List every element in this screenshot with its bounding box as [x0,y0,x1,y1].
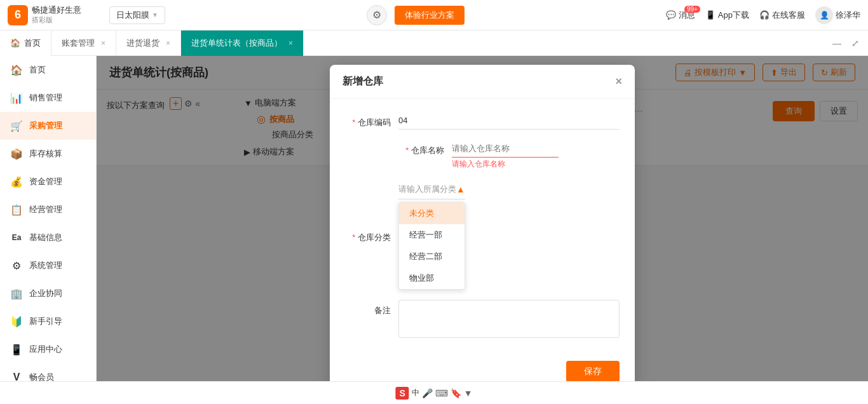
content-area: 进货单统计(按商品) 🖨 按模板打印 ▼ ⬆ 导出 ↻ 刷新 [97,56,868,404]
category-label: * 仓库分类 [345,227,391,243]
logo-area: 6 畅捷通好生意 搭彩版 [8,5,104,25]
tab-home[interactable]: 🏠 首页 [0,30,51,56]
username: 徐泽华 [836,10,860,21]
modal-footer: 保存 [330,361,635,382]
message-icon: 💬 [666,10,676,20]
modal-close-icon[interactable]: × [615,75,622,88]
enterprise-sidebar-icon: 🏢 [10,287,23,300]
sidebar-item-home[interactable]: 🏠 首页 [0,56,96,84]
tab-accounts-label: 账套管理 [62,37,95,49]
form-row-name: * 仓库名称 请输入仓库名称 [345,140,620,170]
code-required: * [352,118,355,127]
tab-minimize-icon[interactable]: — [829,37,845,50]
bottom-s-icon: S [395,387,409,400]
form-row-remark: 备注 [345,300,620,338]
bottom-zh-icon: 中 [412,387,419,398]
code-input[interactable] [398,112,620,130]
save-button[interactable]: 保存 [566,361,620,382]
main-layout: 🏠 首页 📊 销售管理 🛒 采购管理 📦 库存核算 💰 资金管理 📋 经营管理 … [0,56,868,404]
store-arrow-icon: ▼ [152,11,158,18]
sidebar-purchase-label: 采购管理 [29,120,62,131]
appcenter-sidebar-icon: 📱 [10,343,23,356]
category-control: 请输入所属分类 ▲ 未分类 经营一部 [398,180,465,290]
category-dropdown-menu: 未分类 经营一部 经营二部 物业部 [398,202,465,290]
bottom-logo: S 中 🎤 ⌨ 🔖 ▼ [395,387,472,400]
sidebar-item-appcenter[interactable]: 📱 应用中心 [0,335,96,363]
logo-sub: 搭彩版 [32,15,81,25]
sidebar-appcenter-label: 应用中心 [29,344,62,355]
base-sidebar-icon: Ea [10,231,23,244]
dropdown-item-dept1[interactable]: 经营一部 [399,224,465,246]
bottom-bookmark-icon: 🔖 [451,388,461,398]
operations-sidebar-icon: 📋 [10,203,23,216]
name-error-msg: 请输入仓库名称 [452,159,559,170]
header-center: ⚙ 体验行业方案 [165,5,666,25]
tab-accounts[interactable]: 账套管理 × [51,30,116,56]
modal-backdrop: 新增仓库 × * 仓库编码 [97,56,868,404]
tab-purchase-stats[interactable]: 进货单统计表（按商品） × [181,30,304,56]
online-service-label: 在线客服 [772,10,805,21]
tab-purchase-return[interactable]: 进货退货 × [116,30,181,56]
name-required: * [405,145,409,155]
sidebar-item-base[interactable]: Ea 基础信息 [0,224,96,252]
logo-icon: 6 [8,5,28,25]
modal-title: 新增仓库 [342,75,383,88]
sidebar-home-label: 首页 [29,64,46,76]
bottom-settings2-icon: ▼ [464,388,473,398]
home-sidebar-icon: 🏠 [10,64,23,76]
sidebar-enterprise-label: 企业协同 [29,288,62,299]
tab-controls: — ⤢ [829,37,868,50]
avatar: 👤 [815,6,833,24]
bottom-keyboard-icon: ⌨ [435,388,448,398]
sidebar-finance-label: 资金管理 [29,176,62,187]
name-input[interactable] [452,140,559,158]
notification-badge: 99+ [684,6,700,13]
sidebar-item-system[interactable]: ⚙ 系统管理 [0,252,96,279]
logo-name: 畅捷通好生意 [32,5,81,16]
sidebar-item-enterprise[interactable]: 🏢 企业协同 [0,279,96,307]
sidebar-operations-label: 经营管理 [29,204,62,215]
tab-expand-icon[interactable]: ⤢ [848,37,863,50]
notification-item[interactable]: 💬 消息 99+ [666,10,695,21]
sidebar-item-operations[interactable]: 📋 经营管理 [0,196,96,224]
phone-icon: 📱 [705,10,715,20]
store-selector[interactable]: 日太阳膜 ▼ [109,6,165,24]
dropdown-item-dept2[interactable]: 经营二部 [399,246,465,267]
app-download-item[interactable]: 📱 App下载 [705,10,749,21]
tab-purchase-stats-close[interactable]: × [288,39,293,48]
user-item[interactable]: 👤 徐泽华 [815,6,860,24]
category-required: * [352,232,355,242]
app-download-label: App下载 [718,10,749,21]
sidebar-item-purchase[interactable]: 🛒 采购管理 [0,112,96,140]
tab-accounts-close[interactable]: × [101,39,105,48]
purchase-sidebar-icon: 🛒 [10,119,23,132]
headphone-icon: 🎧 [759,10,770,20]
code-label: * 仓库编码 [345,112,391,128]
sidebar-base-label: 基础信息 [29,232,62,243]
bottom-bar: S 中 🎤 ⌨ 🔖 ▼ [0,381,868,404]
sidebar-item-finance[interactable]: 💰 资金管理 [0,168,96,196]
dropdown-item-none[interactable]: 未分类 [399,203,465,224]
category-dropdown-trigger[interactable]: 请输入所属分类 ▲ [398,180,465,199]
modal-body: * 仓库编码 * 仓库名称 [330,99,635,361]
tab-purchase-return-label: 进货退货 [126,37,159,49]
sidebar: 🏠 首页 📊 销售管理 🛒 采购管理 📦 库存核算 💰 资金管理 📋 经营管理 … [0,56,97,404]
tab-purchase-return-close[interactable]: × [166,39,170,48]
home-icon: 🏠 [10,38,20,48]
form-row-category: * 仓库分类 请输入所属分类 ▲ [345,180,620,290]
sidebar-item-inventory[interactable]: 📦 库存核算 [0,140,96,168]
dropdown-item-none-label: 未分类 [409,208,434,218]
sidebar-item-newbie[interactable]: 🔰 新手引导 [0,307,96,335]
sidebar-item-sales[interactable]: 📊 销售管理 [0,84,96,112]
remark-textarea[interactable] [398,300,620,338]
online-service-item[interactable]: 🎧 在线客服 [759,10,805,21]
new-warehouse-modal: 新增仓库 × * 仓库编码 [330,65,635,395]
trial-button[interactable]: 体验行业方案 [395,6,465,25]
dropdown-item-property[interactable]: 物业部 [399,267,465,289]
sidebar-sales-label: 销售管理 [29,92,62,104]
finance-sidebar-icon: 💰 [10,175,23,188]
settings-icon[interactable]: ⚙ [367,5,387,25]
newbie-sidebar-icon: 🔰 [10,315,23,328]
inventory-sidebar-icon: 📦 [10,147,23,160]
form-row-code: * 仓库编码 [345,112,620,130]
